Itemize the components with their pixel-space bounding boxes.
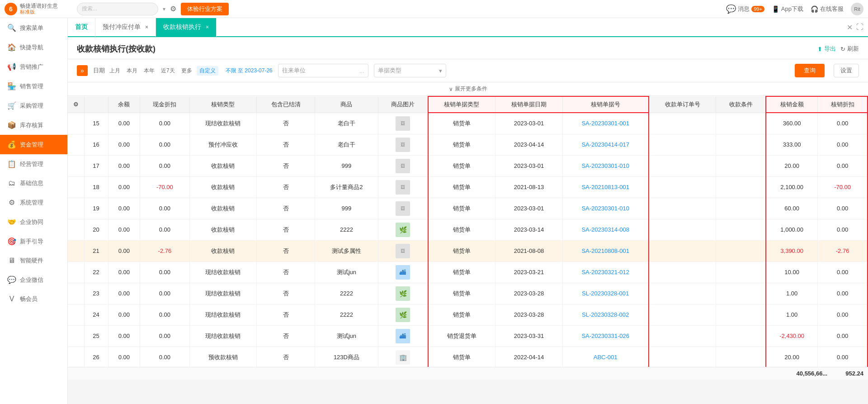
enterprise-icon: 🤝 [7,218,16,226]
filter-expand-button[interactable]: » [77,65,88,76]
voucher-no-link[interactable]: SA-20210813-001 [581,184,629,190]
td-voucher-no[interactable]: SA-20210808-001 [562,240,648,261]
page-content: 收款核销执行(按收款) ⬆ 导出 ↻ 刷新 » 日期 [68,37,868,404]
maximize-icon[interactable]: ⛶ [856,23,863,31]
unit-input[interactable]: 往来单位 ... [278,64,368,77]
refresh-button[interactable]: ↻ 刷新 [840,45,859,53]
sidebar-item-marketing[interactable]: 📢 营销推广 [0,57,67,76]
tab-home[interactable]: 首页 [68,18,95,37]
th-settings[interactable]: ⚙ [68,96,84,113]
td-voucher-no[interactable]: SA-20230314-008 [562,219,648,240]
td-voucher-no[interactable]: SA-20230331-026 [562,325,648,347]
voucher-type-select[interactable]: 单据类型 ▾ [374,64,446,77]
voucher-no-link[interactable]: SA-20210808-001 [581,247,629,254]
td-voucher-type: 销货单 [428,198,495,219]
export-button[interactable]: ⬆ 导出 [817,45,836,53]
online-service-link[interactable]: 🎧 在线客服 [811,5,844,13]
sidebar-item-label: 新手引导 [20,238,43,246]
voucher-no-link[interactable]: ABC-001 [594,354,618,361]
td-seq: 17 [84,155,108,176]
td-receipt-order-no [649,113,716,134]
td-verify-amount: 60.00 [766,198,818,219]
td-product: 老白干 [315,113,378,134]
td-receipt-order-no [649,325,716,347]
sidebar-item-system[interactable]: ⚙ 系统管理 [0,193,67,212]
voucher-no-link[interactable]: SA-20230321-012 [581,269,629,276]
sidebar-item-shortcut[interactable]: 🏠 快捷导航 [0,38,67,57]
layout: 🔍 搜索菜单 🏠 快捷导航 📢 营销推广 🏪 销售管理 🛒 采购管理 📦 库存核… [0,18,868,404]
td-verify-type: 预收款核销 [189,347,256,368]
trial-button[interactable]: 体验行业方案 [181,3,229,15]
td-cash-discount: 0.00 [140,198,189,219]
voucher-no-link[interactable]: SA-20230314-008 [581,226,629,233]
voucher-no-link[interactable]: SA-20230301-010 [581,162,629,169]
td-voucher-no[interactable]: SL-20230328-002 [562,304,648,325]
td-voucher-no[interactable]: SA-20230414-017 [562,134,648,155]
td-cash-discount: 0.00 [140,261,189,283]
wechat-icon: 💬 [7,276,16,284]
sidebar-item-label: 采购管理 [20,102,43,110]
table-footer: 40,556,66... 952.24 [68,367,868,380]
sidebar-item-sales[interactable]: 🏪 销售管理 [0,76,67,96]
sidebar-item-finance[interactable]: 💰 资金管理 [0,135,67,154]
td-balance: 0.00 [108,325,140,347]
td-receipt-condition [716,219,766,240]
td-balance: 0.00 [108,198,140,219]
td-voucher-no[interactable]: SA-20230301-010 [562,155,648,176]
td-product: 999 [315,198,378,219]
td-voucher-no[interactable]: SA-20230301-001 [562,113,648,134]
sidebar-item-enterprise[interactable]: 🤝 企业协同 [0,212,67,232]
avatar[interactable]: Rit [851,3,863,15]
td-voucher-no[interactable]: SA-20210813-001 [562,176,648,198]
sidebar-item-purchase[interactable]: 🛒 采购管理 [0,96,67,115]
voucher-no-link[interactable]: SA-20230301-001 [581,120,629,127]
sidebar-item-guide[interactable]: 🎯 新手引导 [0,232,67,251]
tab-prepay[interactable]: 预付冲应付单 × [95,18,156,37]
sidebar-item-smart[interactable]: 🖥 智能硬件 [0,251,67,270]
messages-button[interactable]: 💬 消息 99+ [726,4,764,14]
sidebar-item-business[interactable]: 📋 经营管理 [0,154,67,174]
sidebar-item-search[interactable]: 🔍 搜索菜单 [0,18,67,38]
tab-home-label: 首页 [75,23,88,31]
sidebar-item-inventory[interactable]: 📦 库存核算 [0,115,67,135]
business-icon: 📋 [7,160,16,168]
voucher-no-link[interactable]: SA-20230301-010 [581,205,629,212]
td-voucher-type: 销货单 [428,155,495,176]
total-verify-discount: 952.24 [845,370,863,377]
date-opt-custom[interactable]: 自定义 [197,66,218,76]
query-button[interactable]: 查询 [795,64,825,77]
td-voucher-no[interactable]: SA-20230301-010 [562,198,648,219]
sidebar-item-wechat[interactable]: 💬 企业微信 [0,270,67,290]
tab-receipt[interactable]: 收款核销执行 × [156,18,217,37]
sidebar-item-basic[interactable]: 🗂 基础信息 [0,174,67,193]
date-opt-this-month[interactable]: 本月 [125,66,139,76]
date-opt-this-year[interactable]: 本年 [142,66,156,76]
td-settings [68,325,84,347]
search-bar[interactable]: 搜索... [77,3,158,15]
sidebar-item-member[interactable]: V 畅会员 [0,290,67,309]
td-included-settled: 否 [257,240,315,261]
date-opt-7days[interactable]: 近7天 [159,66,177,76]
close-tab-receipt[interactable]: × [206,24,209,30]
voucher-no-link[interactable]: SA-20230331-026 [581,333,629,339]
td-balance: 0.00 [108,176,140,198]
td-receipt-order-no [649,261,716,283]
close-tab-prepay[interactable]: × [145,24,148,30]
td-voucher-no[interactable]: SA-20230321-012 [562,261,648,283]
sidebar-item-label: 企业协同 [20,218,43,226]
table-row: 23 0.00 0.00 现结收款核销 否 2222 🌿 销货单 2023-03… [68,283,868,304]
date-opt-more[interactable]: 更多 [179,66,194,76]
voucher-no-link[interactable]: SL-20230328-002 [582,311,629,318]
setting-button[interactable]: 设置 [834,64,859,77]
td-voucher-no[interactable]: ABC-001 [562,347,648,368]
expand-more-button[interactable]: ∨ 展开更多条件 [449,85,487,93]
voucher-no-link[interactable]: SL-20230328-001 [582,290,629,297]
td-voucher-no[interactable]: SL-20230328-001 [562,283,648,304]
settings-icon[interactable]: ⚙ [170,5,176,13]
close-window-icon[interactable]: ✕ [847,23,853,32]
app-download-link[interactable]: 📱 App下载 [772,5,803,13]
voucher-no-link[interactable]: SA-20230414-017 [581,141,629,148]
date-opt-last-month[interactable]: 上月 [108,66,122,76]
td-voucher-date: 2022-04-14 [495,347,562,368]
td-receipt-condition [716,347,766,368]
